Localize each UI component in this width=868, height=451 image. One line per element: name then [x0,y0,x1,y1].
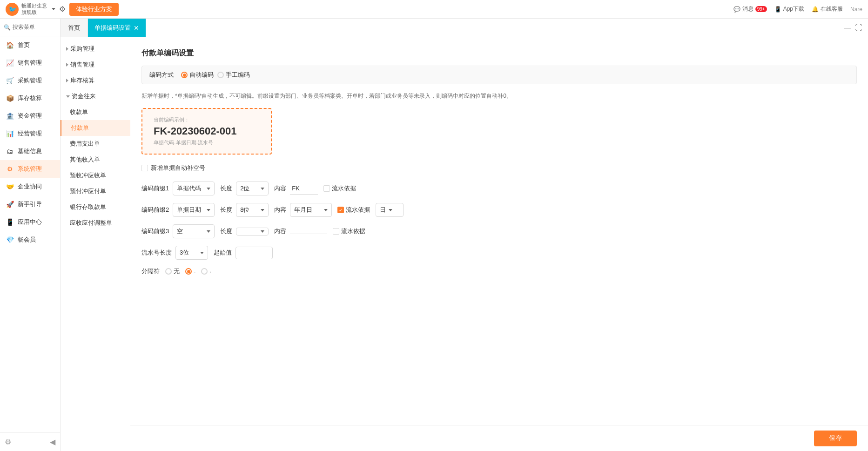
form-content: 付款单编码设置 编码方式 自动编码 [130,37,868,425]
length2-label: 长度 [220,206,232,214]
sidebar-item-operation[interactable]: 📊 经营管理 [0,125,60,142]
content1-label: 内容 [274,184,286,193]
operation-icon: 📊 [6,129,14,138]
app-download-btn[interactable]: 📱 App下载 [774,5,804,13]
messages-btn[interactable]: 💬 消息 99+ [733,5,767,13]
prefix2-label: 编码前缀2 [141,206,169,214]
serial1-checkbox[interactable] [323,185,330,192]
separator-dash-inner [187,270,190,273]
serial-start-label: 起始值 [214,249,232,257]
prefix2-chevron [207,209,210,211]
length3-select[interactable] [236,228,269,236]
subnav-prepay-pay[interactable]: 预付冲应付单 [61,183,130,199]
auto-fill-checkbox[interactable] [141,165,148,171]
sidebar-item-system[interactable]: ⚙ 系统管理 [0,160,60,178]
serial3-checkbox[interactable] [333,228,339,235]
subnav-group-title-inventory[interactable]: 库存核算 [61,73,130,88]
bottom-bar: 保存 [130,425,868,451]
sidebar-item-finance[interactable]: 🏦 资金管理 [0,107,60,125]
brand-icon: 🐦 [6,3,19,16]
inventory-icon: 📦 [6,94,14,102]
serial-start-input[interactable]: 1 [236,247,273,259]
online-service-btn[interactable]: 🔔 在线客服 [812,5,843,13]
sidebar-item-purchase[interactable]: 🛒 采购管理 [0,72,60,89]
separator-underscore[interactable]: · [201,268,211,275]
message-badge: 99+ [755,6,767,12]
serial2-checkbox[interactable]: ✓ [337,207,344,213]
subnav-prepay-receive[interactable]: 预收冲应收单 [61,168,130,183]
basic-icon: 🗂 [6,147,14,155]
prefix1-chevron [207,188,210,190]
tab-home[interactable]: 首页 [61,19,88,37]
top-bar-right: 💬 消息 99+ 📱 App下载 🔔 在线客服 Nare [733,5,862,13]
subnav-expense[interactable]: 费用支出单 [61,136,130,152]
form-row-3: 编码前缀3 空 长度 [141,224,857,238]
sidebar-item-member[interactable]: 💎 畅会员 [0,231,60,249]
serial-length-group: 流水号长度 3位 [141,246,208,260]
subnav-group-sales: 销售管理 [61,57,130,73]
serial3-group: 流水依据 [333,227,365,236]
sidebar-item-basic[interactable]: 🗂 基础信息 [0,142,60,160]
collapse-icon[interactable]: ◀ [50,438,55,446]
radio-auto-inner [183,74,186,77]
tab-maximize-icon[interactable]: ⛶ [855,24,862,32]
search-icon: 🔍 [4,24,11,31]
expand-icon[interactable] [52,8,55,10]
content2-chevron [324,209,328,211]
subnav-group-title-sales[interactable]: 销售管理 [61,57,130,73]
separator-dash[interactable]: - [185,268,195,275]
content1-value: FK [290,182,318,195]
separator-none[interactable]: 无 [165,267,180,276]
settings-icon[interactable]: ⚙ [59,5,66,13]
tab-minimize-icon[interactable]: — [844,24,851,32]
member-icon: 💎 [6,236,14,244]
radio-manual[interactable]: 手工编码 [217,71,250,79]
code-preview-box: 当前编码示例： FK-20230602-001 单据代码-单据日期-流水号 [141,108,272,155]
sidebar-item-inventory[interactable]: 📦 库存核算 [0,89,60,107]
length1-label: 长度 [220,184,232,193]
system-icon: ⚙ [6,165,14,173]
prefix3-label: 编码前缀3 [141,227,169,236]
day-select[interactable]: 日 [376,203,404,217]
sidebar-item-home[interactable]: 🏠 首页 [0,36,60,54]
length2-select[interactable]: 8位 [236,203,269,217]
separator-underscore-circle [201,268,208,275]
subnav-group-inventory: 库存核算 [61,73,130,88]
length1-select[interactable]: 2位 [236,182,269,195]
subnav-adjust[interactable]: 应收应付调整单 [61,215,130,231]
sidebar-item-enterprise[interactable]: 🤝 企业协同 [0,178,60,195]
subnav-other-income[interactable]: 其他收入单 [61,152,130,168]
prefix1-select[interactable]: 单据代码 [173,182,215,195]
prefix3-select[interactable]: 空 [173,224,215,238]
user-name[interactable]: Nare [850,6,862,13]
chevron-right-icon-sales [66,63,68,67]
home-icon: 🏠 [6,41,14,49]
length2-chevron [261,209,264,211]
serial-start-group: 起始值 1 [214,247,273,259]
save-button[interactable]: 保存 [814,431,857,446]
main-layout: 🔍 搜索菜单 🏠 首页 📈 销售管理 🛒 采购管理 📦 库存核算 🏦 [0,19,868,451]
subnav-bank-deposit[interactable]: 银行存取款单 [61,199,130,215]
message-icon: 💬 [733,6,740,13]
radio-auto[interactable]: 自动编码 [181,71,214,79]
sidebar-item-sales[interactable]: 📈 销售管理 [0,54,60,72]
sidebar-item-newguide[interactable]: 🚀 新手引导 [0,195,60,213]
subnav-group-title-finance[interactable]: 资金往来 [61,88,130,104]
content3-value [290,229,327,234]
prefix1-label: 编码前缀1 [141,184,169,193]
sidebar-search[interactable]: 🔍 搜索菜单 [0,19,60,36]
content-area: 首页 单据编码设置 ✕ — ⛶ 采购管理 [61,19,868,451]
sidebar-item-appcenter[interactable]: 📱 应用中心 [0,213,60,231]
tab-code-settings[interactable]: 单据编码设置 ✕ [88,19,146,37]
subnav-receipt[interactable]: 收款单 [61,104,130,120]
serial-length-select[interactable]: 3位 [175,246,208,260]
page-title: 付款单编码设置 [141,48,857,58]
subnav-group-purchase: 采购管理 [61,41,130,57]
subnav-group-title-purchase[interactable]: 采购管理 [61,41,130,57]
industry-btn[interactable]: 体验行业方案 [69,3,119,16]
settings-bottom-icon[interactable]: ⚙ [5,438,11,446]
content2-select[interactable]: 年月日 [290,203,332,217]
subnav-payment[interactable]: 付款单 [61,120,130,136]
tab-close-icon[interactable]: ✕ [134,24,139,32]
prefix2-select[interactable]: 单据日期 [173,203,215,217]
